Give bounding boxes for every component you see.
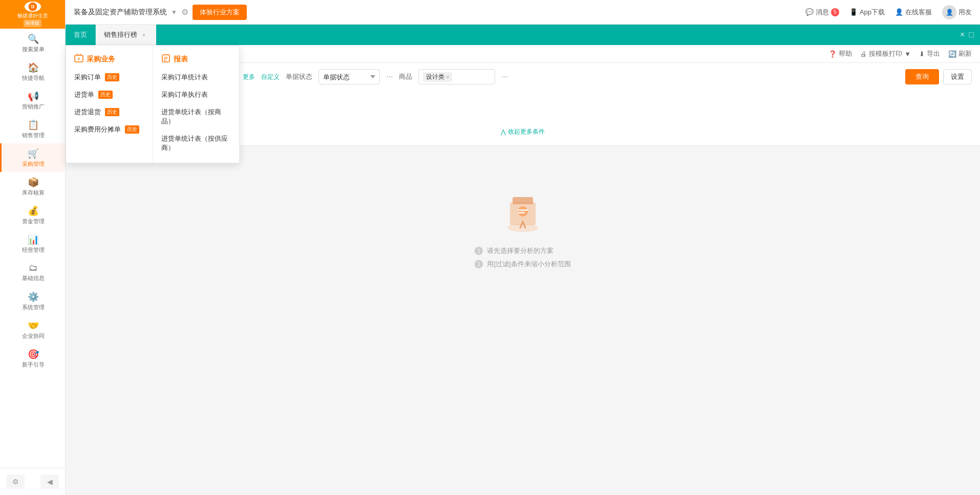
tab-bar-right: × □: [954, 25, 980, 45]
sidebar-item-enterprise[interactable]: 🤝 企业协同: [0, 315, 65, 344]
dropdown-item-receive[interactable]: 进货单 历史: [66, 86, 153, 103]
search-icon: 🔍: [28, 33, 39, 45]
refresh-button[interactable]: 🔄 刷新: [948, 49, 972, 58]
empty-state: 1 请先选择要分析的方案 2 用[过滤]条件来缩小分析范围: [66, 146, 980, 310]
dropdown-item-receive-stat-supplier[interactable]: 进货单统计表（按供应商）: [153, 130, 240, 157]
system-title: 装备及固定资产辅助管理系统: [74, 8, 167, 17]
logo-text: 畅捷通好生意: [17, 13, 48, 19]
help-icon: ❓: [828, 50, 837, 58]
dropdown-purchase-col: 采购业务 采购订单 历史 进货单 历史 进货退货 历史 采购费用分摊单 历史: [66, 46, 153, 163]
dropdown-report-header: 报表: [153, 52, 240, 69]
sidebar-item-search[interactable]: 🔍 搜索菜单: [0, 29, 65, 57]
tab-close-icon[interactable]: ×: [140, 31, 147, 38]
logo-area: 畅捷通好生意 标准版: [0, 0, 65, 29]
history-tag: 历史: [105, 108, 119, 116]
sidebar-item-basic[interactable]: 🗂 基础信息: [0, 258, 65, 287]
tab-sales-rank-label: 销售排行榜: [104, 30, 137, 39]
svg-rect-10: [162, 55, 169, 62]
goods-tag-close[interactable]: ×: [446, 74, 449, 80]
status-select[interactable]: 单据状态: [318, 69, 380, 84]
date-preset-custom[interactable]: 自定义: [261, 73, 280, 81]
export-button[interactable]: ⬇ 导出: [919, 49, 940, 58]
help-button[interactable]: ❓ 帮助: [828, 49, 852, 58]
dropdown-item-purchase-order-stat[interactable]: 采购订单统计表: [153, 69, 240, 86]
purchase-dropdown-menu: 采购业务 采购订单 历史 进货单 历史 进货退货 历史 采购费用分摊单 历史: [66, 45, 240, 163]
svg-rect-2: [513, 197, 533, 204]
sidebar-item-label: 系统管理: [22, 304, 45, 311]
svg-rect-5: [518, 212, 525, 213]
industry-button[interactable]: 体验行业方案: [193, 5, 247, 20]
sidebar-item-operation[interactable]: 📊 经营管理: [0, 229, 65, 258]
history-tag: 历史: [125, 125, 139, 134]
goods-more-icon[interactable]: ···: [501, 72, 508, 81]
item-label: 进货单: [74, 90, 94, 99]
hint-text-2: 用[过滤]条件来缩小分析范围: [487, 260, 570, 269]
tab-window-close-icon[interactable]: ×: [960, 30, 965, 39]
settings-button[interactable]: 设置: [943, 69, 972, 84]
print-dropdown-icon[interactable]: ▼: [904, 50, 911, 58]
history-tag: 历史: [105, 73, 119, 81]
dropdown-item-purchase-order[interactable]: 采购订单 历史: [66, 69, 153, 86]
date-preset-more[interactable]: 更多: [243, 73, 255, 81]
message-action[interactable]: 💬 消息 5: [805, 8, 839, 17]
sidebar-bottom: ⚙ ◀: [0, 468, 65, 495]
finance-icon: 💰: [28, 205, 39, 217]
user-label: 用友: [958, 8, 972, 17]
message-label: 消息: [816, 8, 829, 17]
refresh-icon: 🔄: [948, 50, 956, 58]
tab-sales-rank[interactable]: 销售排行榜 ×: [96, 25, 156, 45]
sidebar-item-inventory[interactable]: 📦 库存核算: [0, 172, 65, 201]
print-button[interactable]: 🖨 按模板打印 ▼: [860, 49, 911, 58]
sidebar-settings-button[interactable]: ⚙: [6, 475, 25, 489]
item-label: 进货退货: [74, 107, 101, 117]
svg-point-3: [518, 206, 528, 217]
sales-icon: 📋: [28, 119, 39, 131]
app-download-action[interactable]: 📱 App下载: [849, 8, 885, 17]
dropdown-item-purchase-expense[interactable]: 采购费用分摊单 历史: [66, 121, 153, 138]
help-label: 帮助: [839, 49, 852, 58]
status-more-icon[interactable]: ···: [386, 72, 393, 81]
sidebar-item-finance[interactable]: 💰 资金管理: [0, 201, 65, 229]
print-icon: 🖨: [860, 50, 867, 58]
report-section-icon: [161, 54, 171, 64]
tab-home[interactable]: 首页: [66, 25, 96, 45]
sidebar-item-label: 新手引导: [22, 361, 45, 369]
sidebar-item-quicknav[interactable]: 🏠 快捷导航: [0, 57, 65, 86]
user-action[interactable]: 👤 用友: [942, 5, 972, 19]
item-label: 采购订单: [74, 73, 101, 82]
logo-badge: 标准版: [24, 19, 41, 27]
sidebar-item-label: 资金管理: [22, 218, 45, 225]
sidebar-item-system[interactable]: ⚙️ 系统管理: [0, 287, 65, 315]
dropdown-item-receive-return[interactable]: 进货退货 历史: [66, 103, 153, 121]
header-right: 💬 消息 5 📱 App下载 👤 在线客服 👤 用友: [805, 5, 972, 19]
system-icon: ⚙️: [28, 291, 39, 303]
message-icon: 💬: [805, 8, 814, 16]
enterprise-icon: 🤝: [28, 320, 39, 331]
sidebar-item-purchase[interactable]: 🛒 采购管理: [0, 143, 65, 172]
sidebar-item-guide[interactable]: 🎯 新手引导: [0, 344, 65, 373]
sidebar-collapse-button[interactable]: ◀: [40, 475, 59, 489]
sidebar-item-label: 采购管理: [22, 160, 45, 168]
goods-tag: 设计类 ×: [423, 72, 452, 82]
sidebar-item-label: 企业协同: [22, 332, 45, 340]
sidebar-item-label: 快捷导航: [22, 74, 45, 82]
sidebar-item-sales[interactable]: 📋 销售管理: [0, 115, 65, 143]
dropdown-report-col: 报表 采购订单统计表 采购订单执行表 进货单统计表（按商品） 进货单统计表（按供…: [153, 46, 240, 163]
sidebar-item-marketing[interactable]: 📢 营销推广: [0, 86, 65, 115]
online-service-action[interactable]: 👤 在线客服: [895, 8, 932, 17]
svg-point-9: [78, 58, 80, 60]
home-icon: 🏠: [28, 62, 39, 73]
dropdown-item-receive-stat-goods[interactable]: 进货单统计表（按商品）: [153, 103, 240, 130]
dropdown-item-purchase-order-exec[interactable]: 采购订单执行表: [153, 86, 240, 103]
goods-filter-input[interactable]: 设计类 ×: [418, 69, 495, 84]
item-label: 进货单统计表（按商品）: [161, 107, 231, 126]
sidebar: 畅捷通好生意 标准版 🔍 搜索菜单 🏠 快捷导航 📢 营销推广 📋 销售管理 🛒…: [0, 0, 66, 495]
inventory-icon: 📦: [28, 177, 39, 188]
message-badge: 5: [831, 8, 839, 16]
query-button[interactable]: 查询: [905, 69, 939, 84]
empty-hint-1: 1 请先选择要分析的方案: [475, 246, 570, 255]
header-settings-icon[interactable]: ⚙: [181, 7, 188, 17]
tab-window-maximize-icon[interactable]: □: [969, 30, 974, 39]
refresh-label: 刷新: [958, 49, 972, 58]
header-dropdown-icon[interactable]: ▼: [171, 9, 177, 16]
